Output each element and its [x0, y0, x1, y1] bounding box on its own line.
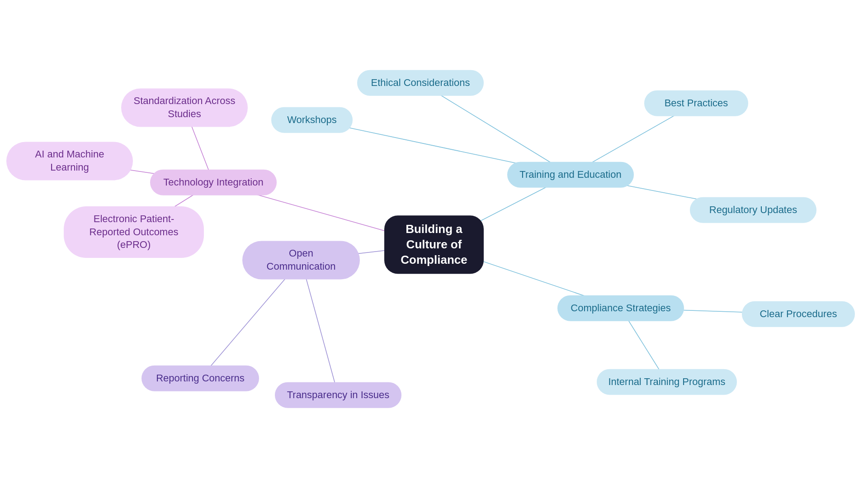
- node-epro[interactable]: Electronic Patient-Reported Outcomes (eP…: [64, 206, 204, 258]
- svg-line-10: [301, 260, 338, 395]
- node-ai-ml[interactable]: AI and Machine Learning: [6, 142, 133, 180]
- node-workshops[interactable]: Workshops: [271, 107, 353, 133]
- node-compliance-strategies[interactable]: Compliance Strategies: [557, 295, 684, 321]
- node-center[interactable]: Building a Culture of Compliance: [384, 215, 484, 274]
- node-regulatory[interactable]: Regulatory Updates: [690, 197, 816, 223]
- node-ethical[interactable]: Ethical Considerations: [357, 70, 484, 96]
- node-tech-integration[interactable]: Technology Integration: [150, 170, 277, 195]
- svg-line-1: [420, 83, 571, 175]
- node-standardization[interactable]: Standardization Across Studies: [121, 88, 248, 127]
- node-clear-procedures[interactable]: Clear Procedures: [742, 301, 855, 327]
- node-transparency[interactable]: Transparency in Issues: [275, 382, 401, 408]
- node-open-comm[interactable]: Open Communication: [242, 241, 360, 279]
- node-training[interactable]: Training and Education: [507, 162, 634, 188]
- node-internal-training[interactable]: Internal Training Programs: [597, 369, 737, 395]
- node-reporting[interactable]: Reporting Concerns: [142, 366, 259, 391]
- node-best-practices[interactable]: Best Practices: [644, 90, 748, 116]
- mindmap-container: Building a Culture of ComplianceTraining…: [0, 0, 868, 490]
